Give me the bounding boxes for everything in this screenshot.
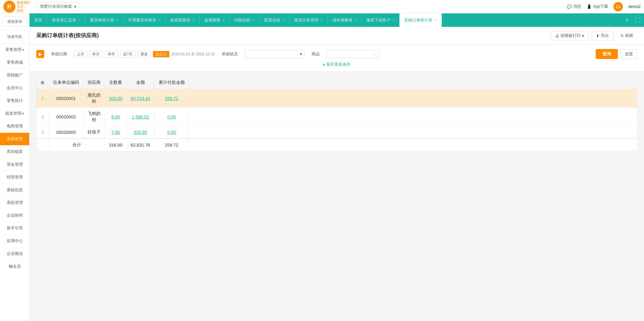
tab-close-button[interactable]: × <box>320 18 322 22</box>
chevron-down-icon: ▾ <box>22 112 24 115</box>
th-quantity: 主数量 <box>105 76 127 89</box>
date-range-text: 2016-01-01 至 2023-12-31 <box>171 52 215 57</box>
search-menu-button[interactable]: 搜索菜单 <box>2 17 27 26</box>
cell-empty <box>189 108 637 126</box>
nav-tab-11[interactable]: 采购订单统计表× <box>399 13 441 27</box>
tab-label: 采购订单统计表 <box>404 17 432 23</box>
filter-row-1: ▶ 单据日期 上月 本月 本年 近7天 更多 自定义 2016-01-01 至 … <box>36 49 637 59</box>
sidebar-item-0[interactable]: 零售管理▾ <box>0 44 29 56</box>
app-download-button[interactable]: 📱 App下载 <box>587 4 608 9</box>
cell-amount: 60,519.44 <box>126 89 154 108</box>
tab-label: 保质期查询 <box>170 17 190 23</box>
tab-close-button[interactable]: × <box>392 18 394 22</box>
sidebar-item-9[interactable]: 资金管理 <box>0 158 29 171</box>
table-row[interactable]: 1 00020001 惠氏奶粉 303.00 60,519.44 259.72 <box>37 89 637 108</box>
cell-code: 00020001 <box>49 89 84 108</box>
workspace-selector[interactable]: 母婴行业演示账套 ▾ <box>36 2 80 11</box>
th-empty <box>189 76 637 89</box>
tab-close-button[interactable]: × <box>192 18 194 22</box>
this-month-button[interactable]: 本月 <box>89 51 103 58</box>
query-button[interactable]: 查询 <box>596 49 618 59</box>
tab-close-button[interactable]: × <box>282 18 284 22</box>
cell-no: 2 <box>37 108 49 126</box>
sidebar-item-label: 畅会员 <box>9 264 21 269</box>
nav-tab-0[interactable]: 首页 <box>30 13 47 27</box>
cell-empty <box>189 89 637 108</box>
sidebar-item-label: 库存核算 <box>7 149 23 154</box>
sidebar-item-1[interactable]: 零售商城 <box>0 56 29 69</box>
more-dates-button[interactable]: 更多 <box>138 51 151 58</box>
print-button[interactable]: 🖨 按模板打印 ▾ <box>551 31 588 41</box>
sidebar-item-10[interactable]: 经营管理 <box>0 171 29 184</box>
tab-close-button[interactable]: × <box>252 18 254 22</box>
goods-input[interactable]: ··· <box>326 50 380 58</box>
expand-more-button[interactable]: ▾ 展开更多条件 <box>323 62 351 67</box>
main-layout: 搜索菜单 快捷导航 零售管理▾零售商城营销推广会员中心零售统计批发管理▾电商管理… <box>0 13 644 321</box>
sidebar-item-15[interactable]: 应用中心 <box>0 235 29 248</box>
top-bar-right: 💬 消息 📱 App下载 Ea demo2 <box>567 2 641 11</box>
settings-button[interactable]: 设置 <box>621 49 637 59</box>
nav-tab-6[interactable]: 功能说明× <box>229 13 259 27</box>
logo-text: 畅捷通好生意 标版 <box>17 1 33 13</box>
close-all-tabs-button[interactable]: × <box>622 13 632 27</box>
nav-tab-3[interactable]: 可用量库存账本× <box>123 13 165 27</box>
this-year-button[interactable]: 本年 <box>105 51 118 58</box>
sidebar-search-section: 搜索菜单 <box>0 13 29 30</box>
nav-tab-9[interactable]: 成本调整单× <box>328 13 362 27</box>
nav-tab-1[interactable]: 收发存汇总表× <box>47 13 85 27</box>
th-amount: 金额 <box>126 76 154 89</box>
last-7-days-button[interactable]: 近7天 <box>120 51 136 58</box>
sidebar-item-3[interactable]: 会员中心 <box>0 82 29 95</box>
status-select[interactable]: ▾ <box>245 50 305 58</box>
refresh-button[interactable]: ↻ 刷新 <box>616 31 637 40</box>
tab-close-button[interactable]: × <box>116 18 118 22</box>
quick-nav-button[interactable]: 快捷导航 <box>0 32 29 41</box>
messages-button[interactable]: 💬 消息 <box>567 4 581 9</box>
export-button[interactable]: ⬇ 导出 <box>592 31 613 41</box>
nav-tab-8[interactable]: 拣货任务管理× <box>289 13 327 27</box>
sidebar-item-6[interactable]: 电商管理 <box>0 120 29 133</box>
sidebar-item-17[interactable]: 畅会员 <box>0 260 29 273</box>
table-row[interactable]: 3 00020005 好孩子 7.00 525.80 0.00 <box>37 126 637 139</box>
sidebar-item-13[interactable]: 企业协同 <box>0 209 29 222</box>
nav-tabs: 首页收发存汇总表×要货单统计表×可用量库存账本×保质期查询×超储预警×功能说明×… <box>30 13 644 27</box>
export-icon: ⬇ <box>596 34 599 38</box>
goods-filter-label: 商品 <box>312 51 320 57</box>
avatar[interactable]: Ea <box>613 2 623 11</box>
th-supplier: 供应商 <box>84 76 105 89</box>
sidebar-item-4[interactable]: 零售统计 <box>0 95 29 107</box>
tab-close-button[interactable]: × <box>158 18 160 22</box>
sidebar-item-5[interactable]: 批发管理▾ <box>0 107 29 120</box>
sidebar-item-8[interactable]: 库存核算 <box>0 146 29 158</box>
sidebar-item-label: 企业协同 <box>7 213 23 218</box>
tab-close-button[interactable]: × <box>222 18 224 22</box>
sidebar-item-7[interactable]: 采购管理 <box>0 133 29 146</box>
nav-tab-5[interactable]: 超储预警× <box>200 13 229 27</box>
filter-toggle-button[interactable]: ▶ <box>36 50 44 58</box>
sidebar-item-label: 零售统计 <box>7 98 23 103</box>
tab-label: 收发存汇总表 <box>52 17 76 23</box>
tab-close-button[interactable]: × <box>355 18 357 22</box>
last-month-button[interactable]: 上月 <box>74 51 87 58</box>
table-row[interactable]: 2 00020002 飞鹤奶粉 6.00 1,586.52 0.00 <box>37 108 637 126</box>
tab-close-button[interactable]: × <box>78 18 80 22</box>
nav-tab-2[interactable]: 要货单统计表× <box>85 13 123 27</box>
sidebar-item-14[interactable]: 新手引导 <box>0 222 29 235</box>
sidebar-item-16[interactable]: 企业微信 <box>0 248 29 260</box>
chevron-down-icon: ▾ <box>74 4 76 9</box>
nav-tab-4[interactable]: 保质期查询× <box>165 13 199 27</box>
expand-tabs-button[interactable]: ⛶ <box>632 13 644 27</box>
username-label[interactable]: demo2 <box>628 4 641 9</box>
app-icon: 📱 <box>587 4 592 9</box>
tab-controls: × ⛶ <box>622 13 644 27</box>
sidebar-item-2[interactable]: 营销推广 <box>0 69 29 82</box>
nav-tab-10[interactable]: 邀请下游客户× <box>362 13 399 27</box>
sidebar-item-11[interactable]: 基础信息 <box>0 184 29 197</box>
tab-close-button[interactable]: × <box>434 18 436 22</box>
custom-date-badge[interactable]: 自定义 <box>153 51 169 57</box>
chevron-down-icon: ▾ <box>582 34 584 38</box>
nav-tab-7[interactable]: 配置信息× <box>260 13 289 27</box>
tab-label: 邀请下游客户 <box>366 17 390 23</box>
sidebar-item-12[interactable]: 系统管理 <box>0 197 29 209</box>
sidebar-item-label: 系统管理 <box>7 200 23 205</box>
